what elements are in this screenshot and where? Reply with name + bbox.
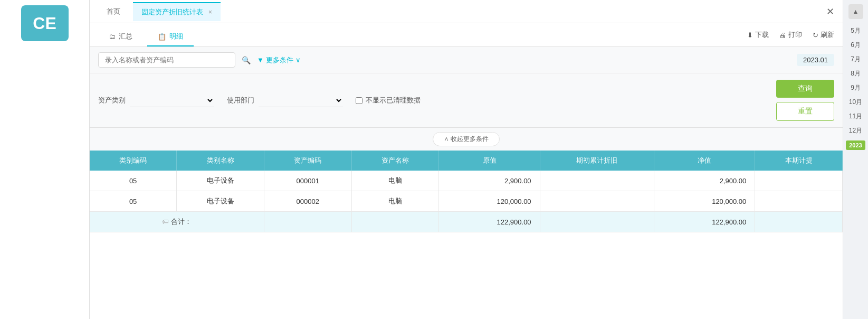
no-cleared-filter: 不显示已清理数据 — [356, 96, 421, 105]
month-6[interactable]: 6月 — [843, 39, 868, 52]
active-tab-label: 固定资产折旧统计表 — [141, 7, 203, 17]
logo-text: CE — [33, 14, 56, 33]
total-icon: 🏷 — [162, 218, 169, 226]
detail-icon: 📋 — [158, 33, 166, 41]
data-table: 类别编码 类别名称 资产编码 资产名称 原值 期初累计折旧 净值 本期计提 05… — [90, 151, 843, 232]
total-original-value: 122,900.00 — [439, 212, 540, 232]
filter-actions: 查询 重置 — [776, 80, 834, 121]
cell-asset-name: 电脑 — [351, 171, 439, 191]
asset-category-select[interactable] — [130, 93, 214, 107]
query-button[interactable]: 查询 — [776, 80, 834, 98]
cell-current-depreciation — [755, 191, 843, 212]
table-container: 类别编码 类别名称 资产编码 资产名称 原值 期初累计折旧 净值 本期计提 05… — [90, 151, 843, 319]
asset-category-filter: 资产类别 — [98, 93, 214, 107]
cell-category-code: 05 — [90, 191, 177, 212]
th-asset-code: 资产编码 — [264, 151, 351, 171]
table-total-row: 🏷 合计： 122,900.00 122,900.00 — [90, 212, 843, 232]
tab-summary[interactable]: 🗂 汇总 — [98, 27, 143, 46]
table-header-row: 类别编码 类别名称 资产编码 资产名称 原值 期初累计折旧 净值 本期计提 — [90, 151, 843, 171]
table-row: 05 电子设备 000001 电脑 2,900.00 2,900.00 — [90, 171, 843, 191]
content-area: 🗂 汇总 📋 明细 ⬇ 下载 🖨 打印 ↻ 刷新 — [90, 23, 843, 319]
collapse-label: ∧ 收起更多条件 — [444, 135, 489, 144]
table-body: 05 电子设备 000001 电脑 2,900.00 2,900.00 05 电… — [90, 171, 843, 232]
month-7[interactable]: 7月 — [843, 53, 868, 66]
month-12[interactable]: 12月 — [843, 124, 868, 137]
filter-row: 资产类别 使用部门 不显示已清理数据 查询 重置 — [90, 73, 843, 128]
no-cleared-checkbox[interactable] — [356, 97, 363, 104]
th-asset-name: 资产名称 — [351, 151, 439, 171]
reset-button[interactable]: 重置 — [776, 102, 834, 121]
window-close-button[interactable]: ✕ — [826, 6, 834, 17]
nav-up-arrow[interactable]: ▲ — [848, 4, 863, 19]
department-label: 使用部门 — [227, 96, 254, 105]
tab-home[interactable]: 首页 — [98, 3, 129, 21]
left-sidebar: CE — [0, 0, 90, 319]
month-10[interactable]: 10月 — [843, 96, 868, 109]
total-blank-2 — [351, 212, 439, 232]
search-input[interactable] — [98, 52, 235, 68]
search-bar: 🔍 ▼ 更多条件 ∨ 2023.01 — [90, 47, 843, 73]
cell-accumulated-depreciation — [540, 191, 654, 212]
total-label-cell: 🏷 合计： — [90, 212, 264, 232]
no-cleared-label: 不显示已清理数据 — [366, 96, 421, 105]
month-8[interactable]: 8月 — [843, 67, 868, 80]
toolbar-actions: ⬇ 下载 🖨 打印 ↻ 刷新 — [747, 30, 834, 44]
cell-category-name: 电子设备 — [177, 191, 264, 212]
department-filter: 使用部门 — [227, 93, 343, 107]
collapse-button[interactable]: ∧ 收起更多条件 — [433, 132, 500, 146]
month-11[interactable]: 11月 — [843, 110, 868, 123]
chevron-down-icon: ∨ — [295, 56, 301, 64]
th-net-value: 净值 — [654, 151, 755, 171]
refresh-icon: ↻ — [813, 31, 818, 39]
right-sidebar: ▲ 5月 6月 7月 8月 9月 10月 11月 12月 2023 — [843, 0, 868, 319]
download-icon: ⬇ — [747, 31, 753, 39]
cell-current-depreciation — [755, 171, 843, 191]
cell-asset-name: 电脑 — [351, 191, 439, 212]
table-row: 05 电子设备 000002 电脑 120,000.00 120,000.00 — [90, 191, 843, 212]
collapse-row: ∧ 收起更多条件 — [90, 128, 843, 151]
tab-active[interactable]: 固定资产折旧统计表 × — [133, 2, 221, 21]
summary-icon: 🗂 — [109, 33, 116, 41]
total-net-value: 122,900.00 — [654, 212, 755, 232]
main-area: 首页 固定资产折旧统计表 × ✕ 🗂 汇总 📋 明细 ⬇ 下载 — [90, 0, 843, 319]
th-original-value: 原值 — [439, 151, 540, 171]
total-blank-1 — [264, 212, 351, 232]
refresh-button[interactable]: ↻ 刷新 — [813, 30, 834, 40]
month-5[interactable]: 5月 — [843, 24, 868, 37]
th-current-depreciation: 本期计提 — [755, 151, 843, 171]
download-button[interactable]: ⬇ 下载 — [747, 30, 769, 40]
tab-close-icon[interactable]: × — [208, 8, 212, 16]
sub-tab-bar: 🗂 汇总 📋 明细 ⬇ 下载 🖨 打印 ↻ 刷新 — [90, 23, 843, 47]
total-accumulated — [540, 212, 654, 232]
more-filter-button[interactable]: ▼ 更多条件 ∨ — [257, 55, 301, 65]
year-badge: 2023 — [846, 140, 865, 150]
filter-icon: ▼ — [257, 56, 264, 64]
month-9[interactable]: 9月 — [843, 81, 868, 95]
cell-asset-code: 000001 — [264, 171, 351, 191]
cell-category-name: 电子设备 — [177, 171, 264, 191]
th-category-code: 类别编码 — [90, 151, 177, 171]
print-icon: 🖨 — [779, 31, 786, 39]
logo: CE — [21, 5, 69, 41]
tab-bar: 首页 固定资产折旧统计表 × ✕ — [90, 0, 843, 23]
th-accumulated-depreciation: 期初累计折旧 — [540, 151, 654, 171]
total-current-depreciation — [755, 212, 843, 232]
cell-net-value: 120,000.00 — [654, 191, 755, 212]
print-button[interactable]: 🖨 打印 — [779, 30, 802, 40]
search-icon[interactable]: 🔍 — [242, 56, 251, 64]
tab-detail[interactable]: 📋 明细 — [147, 27, 194, 46]
department-select[interactable] — [259, 93, 343, 107]
cell-category-code: 05 — [90, 171, 177, 191]
cell-original-value: 2,900.00 — [439, 171, 540, 191]
th-category-name: 类别名称 — [177, 151, 264, 171]
cell-asset-code: 000002 — [264, 191, 351, 212]
cell-original-value: 120,000.00 — [439, 191, 540, 212]
asset-category-label: 资产类别 — [98, 96, 126, 105]
cell-accumulated-depreciation — [540, 171, 654, 191]
cell-net-value: 2,900.00 — [654, 171, 755, 191]
date-display: 2023.01 — [797, 54, 834, 66]
